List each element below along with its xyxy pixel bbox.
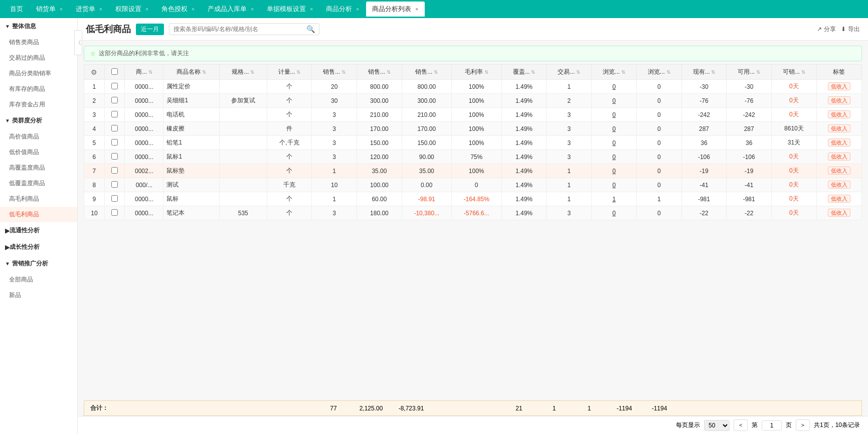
row-select-checkbox[interactable] [111,125,118,131]
row-browse1[interactable]: 0 [592,150,637,164]
col-browse2[interactable]: 浏览... [636,65,681,80]
row-browse1[interactable]: 0 [592,80,637,94]
sidebar-section-overall[interactable]: ▼ 整体信息 [0,18,77,35]
row-checkbox[interactable] [104,136,124,150]
col-sale-qty[interactable]: 销售... [312,65,357,80]
nav-item-sales[interactable]: 销货单 × [30,2,69,17]
nav-close-role[interactable]: × [192,6,195,12]
sidebar-item-high-value[interactable]: 高价值商品 [0,129,77,144]
nav-close-template[interactable]: × [310,6,313,12]
row-browse1[interactable]: 0 [592,94,637,108]
col-saleable[interactable]: 可销... [772,65,817,80]
page-number-input[interactable] [762,420,782,430]
browse1-link[interactable]: 0 [612,154,616,161]
col-checkbox-all[interactable] [104,65,124,80]
sidebar-item-stock-capital[interactable]: 库存资金占用 [0,97,77,112]
browse1-link[interactable]: 0 [612,168,616,175]
row-checkbox[interactable] [104,150,124,164]
row-select-checkbox[interactable] [111,181,118,188]
nav-close-analysis[interactable]: × [356,6,359,12]
row-browse1[interactable]: 0 [592,164,637,178]
browse1-link[interactable]: 0 [612,182,616,189]
row-checkbox[interactable] [104,94,124,108]
next-page-button[interactable]: ＞ [796,419,810,431]
row-checkbox[interactable] [104,108,124,122]
nav-close-purchase[interactable]: × [99,6,102,12]
nav-close-analysis-list[interactable]: × [415,6,418,12]
nav-close-sales[interactable]: × [60,6,63,12]
sidebar-item-in-stock[interactable]: 有库存的商品 [0,81,77,97]
row-checkbox[interactable] [104,206,124,220]
sidebar-item-all-goods[interactable]: 全部商品 [0,272,77,287]
col-settings[interactable]: ⚙ [84,65,105,80]
row-select-checkbox[interactable] [111,195,118,202]
nav-item-permission[interactable]: 权限设置 × [109,2,154,17]
row-checkbox[interactable] [104,80,124,94]
sidebar-item-sales-goods[interactable]: 销售类商品 [0,35,77,50]
sidebar-item-low-coverage[interactable]: 低覆盖度商品 [0,176,77,191]
sidebar-item-traded-goods[interactable]: 交易过的商品 [0,50,77,66]
page-size-select[interactable]: 50 100 [704,420,730,431]
nav-item-home[interactable]: 首页 [4,2,29,17]
browse1-link[interactable]: 0 [612,111,616,118]
filter-recent-month-button[interactable]: 近一月 [136,24,164,35]
col-sale-amt[interactable]: 销售... [357,65,402,80]
browse1-link[interactable]: 0 [612,125,616,132]
row-browse1[interactable]: 0 [592,206,637,220]
share-button[interactable]: ↗ 分享 [817,25,836,34]
sidebar-item-category-rate[interactable]: 商品分类助销率 [0,66,77,81]
row-browse1[interactable]: 0 [592,136,637,150]
search-input[interactable] [173,26,306,33]
prev-page-button[interactable]: ＜ [734,419,748,431]
row-checkbox[interactable] [104,178,124,192]
row-select-checkbox[interactable] [111,139,118,146]
row-select-checkbox[interactable] [111,153,118,160]
row-select-checkbox[interactable] [111,83,118,89]
nav-close-permission[interactable]: × [145,6,148,12]
browse1-link[interactable]: 0 [612,83,616,90]
row-browse1[interactable]: 0 [592,108,637,122]
browse1-link[interactable]: 0 [612,210,616,217]
sidebar-item-high-margin[interactable]: 高毛利商品 [0,191,77,207]
col-name[interactable]: 商品名称 [163,65,219,80]
nav-item-role[interactable]: 角色授权 × [155,2,201,17]
nav-item-analysis[interactable]: 商品分析 × [320,2,365,17]
nav-item-purchase[interactable]: 进货单 × [70,2,108,17]
export-button[interactable]: ⬇ 导出 [841,25,860,34]
sidebar-item-low-margin[interactable]: 低毛利商品 [0,207,77,222]
col-available[interactable]: 可用... [727,65,772,80]
col-spec[interactable]: 规格... [219,65,267,80]
row-browse1[interactable]: 0 [592,178,637,192]
col-sale-profit[interactable]: 销售... [402,65,451,80]
browse1-link[interactable]: 0 [612,97,616,104]
sidebar-section-growth[interactable]: ▶ 成长性分析 [0,239,77,255]
sidebar-section-cluster[interactable]: ▼ 类群度分析 [0,112,77,129]
nav-close-product[interactable]: × [251,6,254,12]
col-trade-count[interactable]: 交易... [547,65,592,80]
row-browse1[interactable]: 0 [592,122,637,136]
table-wrapper[interactable]: ⚙ 商... 商品名称 规格... 计量... 销售... 销售... 销售..… [84,64,862,400]
nav-item-product[interactable]: 产成品入库单 × [202,2,260,17]
row-select-checkbox[interactable] [111,167,118,174]
row-checkbox[interactable] [104,192,124,206]
sidebar-item-new-goods[interactable]: 新品 [0,287,77,303]
browse1-link[interactable]: 1 [612,196,616,203]
sidebar-section-circulation[interactable]: ▶ 流通性分析 [0,222,77,239]
col-code[interactable]: 商... [125,65,163,80]
browse1-link[interactable]: 0 [612,139,616,147]
col-gross-rate[interactable]: 毛利率 [451,65,501,80]
col-cover-rate[interactable]: 覆盖... [501,65,547,80]
col-current[interactable]: 现有... [681,65,727,80]
sidebar-item-high-coverage[interactable]: 高覆盖度商品 [0,160,77,176]
sidebar-collapse-button[interactable]: 《 [74,30,82,55]
sidebar-section-marketing[interactable]: ▼ 营销推广分析 [0,255,77,272]
col-browse1[interactable]: 浏览... [592,65,637,80]
row-select-checkbox[interactable] [111,209,118,216]
select-all-checkbox[interactable] [111,68,118,75]
nav-item-template[interactable]: 单据模板设置 × [261,2,319,17]
row-checkbox[interactable] [104,122,124,136]
row-browse1[interactable]: 1 [592,192,637,206]
nav-item-analysis-list[interactable]: 商品分析列表 × [366,2,424,17]
row-select-checkbox[interactable] [111,111,118,117]
col-unit[interactable]: 计量... [267,65,312,80]
